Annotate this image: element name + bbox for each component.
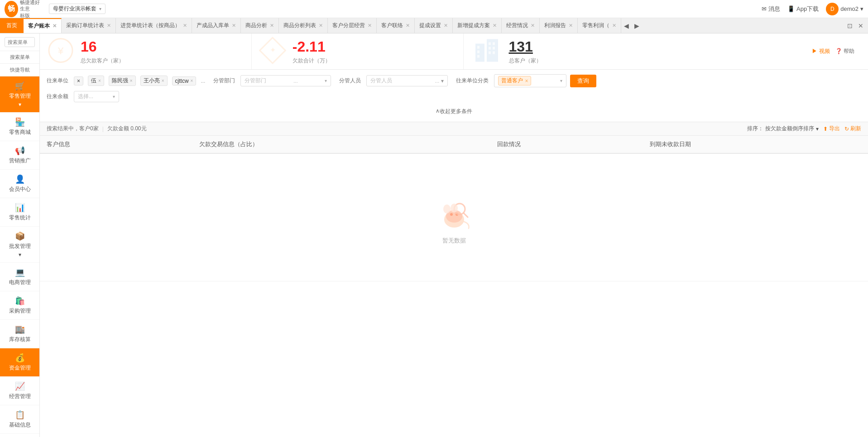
refresh-icon: ↻	[844, 126, 849, 132]
sidebar-item-ecommerce[interactable]: 💻 电商管理	[0, 263, 39, 291]
tab-raise-setting[interactable]: 提成设置 ✕	[415, 18, 453, 33]
stat-credit-customers: ¥ 16 总欠款客户（家）	[40, 33, 252, 69]
tab-new-raise-plan[interactable]: 新增提成方案 ✕	[453, 18, 502, 33]
filter-collapse-btn[interactable]: ∧ 收起更多条件	[47, 106, 861, 117]
close-icon[interactable]: ✕	[444, 23, 448, 28]
chevron-up-icon: ∧	[436, 108, 440, 115]
stat-credit-amount: ✦ -2.11 欠款合计（万）	[252, 33, 464, 69]
tab-close-all-icon[interactable]: ✕	[856, 21, 865, 30]
results-bar: 搜索结果中，客户0家 | 欠款金额 0.00元 排序： 按欠款金额倒序排序 ▾ …	[40, 122, 868, 136]
ellipsis-icon2: ...	[435, 78, 439, 84]
sidebar-item-retail-stats[interactable]: 📊 零售统计	[0, 198, 39, 227]
close-icon[interactable]: ✕	[612, 23, 616, 28]
sidebar-item-system[interactable]: ⚙️ 系统管理	[0, 434, 39, 437]
company-selector[interactable]: 母婴行业演示帐套 ▾	[49, 4, 106, 14]
close-icon[interactable]: ✕	[232, 23, 236, 28]
tab-customer-book[interactable]: 客户账本 ✕	[24, 18, 62, 33]
tab-nav-prev[interactable]: ◀	[621, 18, 632, 33]
close-icon[interactable]: ✕	[406, 23, 410, 28]
tab-business-situation[interactable]: 经营情况 ✕	[502, 18, 540, 33]
sidebar-item-batch[interactable]: 📦 批发管理 ▾	[0, 227, 39, 263]
filter-select-balance[interactable]: 选择... ▾	[74, 91, 119, 102]
close-icon[interactable]: ✕	[53, 23, 57, 29]
tab-profit-report[interactable]: 利润报告 ✕	[540, 18, 578, 33]
purchase-icon: 🛍️	[15, 296, 25, 306]
sidebar-item-label: 零售统计	[9, 214, 31, 222]
tag-close-wang[interactable]: ×	[162, 78, 164, 83]
tag-close-wu[interactable]: ×	[98, 78, 101, 83]
export-button[interactable]: ⬆ 导出	[823, 125, 840, 133]
sidebar-item-operations[interactable]: 📈 经营管理	[0, 377, 39, 405]
tab-nav-next[interactable]: ▶	[632, 18, 642, 33]
filter-more-tags[interactable]: ...	[201, 78, 205, 84]
content-area: ¥ 16 总欠款客户（家） ✦ -2.11 欠款合计（	[40, 33, 868, 437]
sidebar-shortcut-search[interactable]: 搜索菜单	[0, 51, 39, 64]
col-credit-info: 欠款交易信息（占比）	[192, 136, 490, 153]
tab-customer-contact[interactable]: 客户联络 ✕	[377, 18, 415, 33]
sidebar-shortcut-nav[interactable]: 快捷导航	[0, 64, 39, 76]
svg-rect-5	[487, 39, 498, 62]
close-icon[interactable]: ✕	[531, 23, 535, 28]
sidebar-item-inventory[interactable]: 🏬 库存核算	[0, 320, 39, 348]
tab-product-analysis[interactable]: 商品分析 ✕	[241, 18, 279, 33]
tab-home[interactable]: 首页	[0, 18, 24, 33]
empty-row: 暂无数据	[40, 153, 868, 281]
col-payment: 回款情况	[490, 136, 643, 153]
top-bar: 畅 畅捷通好生意 标版 母婴行业演示帐套 ▾ ✉ 消息 📱 App下载 D de…	[0, 0, 868, 18]
tag-close-cjttcw[interactable]: ×	[191, 78, 193, 83]
tab-customer-segment[interactable]: 客户分层经营 ✕	[328, 18, 377, 33]
stat-total-customers: 131 总客户（家） ▶ 视频 ❓ 帮助	[464, 33, 868, 69]
refresh-button[interactable]: ↻ 刷新	[844, 125, 861, 133]
tab-product-inbound[interactable]: 产成品入库单 ✕	[192, 18, 241, 33]
chevron-down-icon: ▾	[441, 78, 444, 84]
sidebar-item-basic-info[interactable]: 📋 基础信息	[0, 405, 39, 434]
close-icon[interactable]: ✕	[569, 23, 573, 28]
stat-credit-customers-label: 总欠款客户（家）	[81, 57, 124, 65]
logo-icon: 畅	[5, 1, 18, 17]
close-icon[interactable]: ✕	[319, 23, 323, 28]
close-icon[interactable]: ✕	[183, 23, 187, 28]
tab-restore-icon[interactable]: ⊡	[845, 21, 854, 30]
tab-retail-profit[interactable]: 零售利润（ ✕	[578, 18, 621, 33]
close-icon[interactable]: ✕	[270, 23, 274, 28]
sidebar-item-member[interactable]: 👤 会员中心	[0, 170, 39, 198]
close-icon[interactable]: ✕	[493, 23, 497, 28]
filter-select-person[interactable]: 分管人员 ... ▾	[366, 75, 448, 86]
message-button[interactable]: ✉ 消息	[762, 5, 780, 13]
filter-select-category[interactable]: 普通客户 × ▾	[494, 74, 566, 87]
col-due-date: 到期未收款日期	[643, 136, 868, 153]
tab-incoming-stats[interactable]: 进货单统计表（按商品） ✕	[116, 18, 192, 33]
chevron-icon: ▾	[19, 252, 21, 258]
svg-rect-12	[493, 47, 495, 50]
col-customer-info: 客户信息	[40, 136, 192, 153]
tag-close-chen[interactable]: ×	[130, 78, 133, 83]
close-icon[interactable]: ✕	[368, 23, 372, 28]
sidebar-item-retail-management[interactable]: 🛒 零售管理 ▾	[0, 76, 39, 113]
user-menu[interactable]: D demo2 ▾	[826, 3, 863, 15]
empty-illustration	[432, 190, 477, 237]
table-header-row: 客户信息 欠款交易信息（占比） 回款情况 到期未收款日期	[40, 136, 868, 153]
category-tag-close[interactable]: ×	[525, 78, 528, 84]
filter-select-dept[interactable]: 分管部门 ... ▾	[240, 75, 331, 86]
filter-row-1: 往来单位 × 伍 × 陈民强 × 王小亮 × cjttcw	[47, 74, 861, 87]
app-download-button[interactable]: 📱 App下载	[787, 5, 819, 13]
sidebar-item-marketing[interactable]: 📢 营销推广	[0, 141, 39, 170]
sidebar-item-finance[interactable]: 💰 资金管理	[0, 348, 39, 377]
search-input[interactable]	[5, 37, 35, 47]
sidebar-item-label: 批发管理	[9, 242, 31, 250]
tab-product-analysis-list[interactable]: 商品分析列表 ✕	[279, 18, 328, 33]
sidebar-item-purchase[interactable]: 🛍️ 采购管理	[0, 291, 39, 320]
chevron-down-icon: ▾	[99, 6, 101, 11]
help-button[interactable]: ❓ 帮助	[835, 48, 854, 55]
sidebar-item-label: 库存核算	[9, 336, 31, 343]
close-icon[interactable]: ✕	[107, 23, 111, 28]
filter-tag-wang: 王小亮 ×	[140, 76, 168, 86]
avatar: D	[826, 3, 839, 15]
sort-selector[interactable]: 排序： 按欠款金额倒序排序 ▾	[747, 125, 819, 133]
sidebar-item-label: 零售管理	[9, 92, 31, 100]
query-button[interactable]: 查询	[570, 75, 596, 87]
sidebar: 搜索菜单 快捷导航 🛒 零售管理 ▾ 🏪 零售商城 📢 营销推广 👤 会员中心 …	[0, 33, 40, 437]
tab-purchase-order-stats[interactable]: 采购订单统计表 ✕	[62, 18, 116, 33]
sidebar-item-retail-mall[interactable]: 🏪 零售商城	[0, 113, 39, 141]
video-help-button[interactable]: ▶ 视频	[812, 48, 830, 55]
